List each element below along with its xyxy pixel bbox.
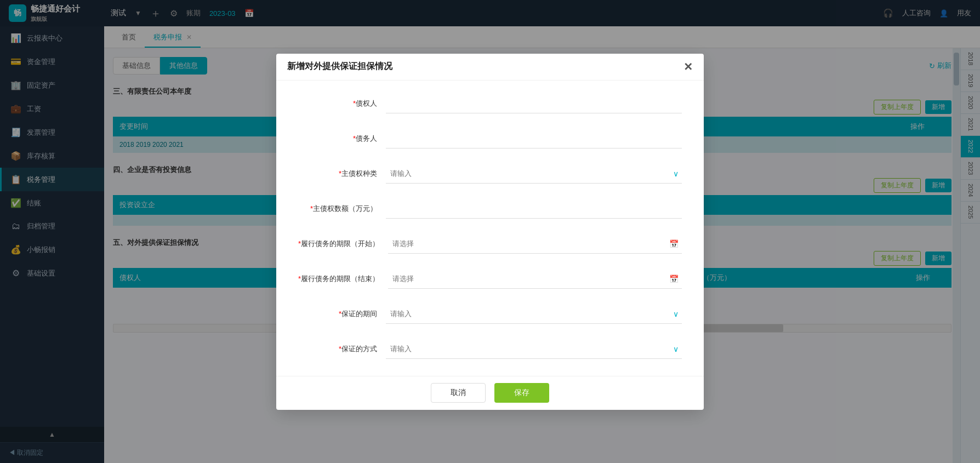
date-wrapper-start: 📅 bbox=[388, 234, 682, 254]
dialog-header: 新增对外提供保证担保情况 ✕ bbox=[276, 54, 704, 81]
form-row-zhaiquanshuе: *主债权数额（万元） bbox=[298, 199, 682, 219]
label-zhaiquanzlei: *主债权种类 bbox=[298, 169, 386, 179]
select-wrapper-baozhengjianqi: ∨ bbox=[386, 304, 682, 324]
dialog: 新增对外提供保证担保情况 ✕ *债权人 *债务人 *主债权种类 bbox=[276, 54, 704, 410]
label-end-date: *履行债务的期限（结束） bbox=[298, 274, 388, 284]
form-row-start-date: *履行债务的期限（开始） 📅 bbox=[298, 234, 682, 254]
input-zhaiquanshue[interactable] bbox=[386, 199, 682, 219]
input-zhaiwuren[interactable] bbox=[386, 129, 682, 148]
dialog-footer: 取消 保存 bbox=[276, 376, 704, 409]
select-wrapper-zhaiquanzlei: ∨ bbox=[386, 164, 682, 184]
form-row-zhaiquanzlei: *主债权种类 ∨ bbox=[298, 164, 682, 184]
save-button[interactable]: 保存 bbox=[494, 383, 549, 403]
dialog-title: 新增对外提供保证担保情况 bbox=[287, 61, 392, 72]
dialog-overlay: 新增对外提供保证担保情况 ✕ *债权人 *债务人 *主债权种类 bbox=[0, 0, 980, 463]
form-row-zhaiquanren: *债权人 bbox=[298, 94, 682, 113]
dialog-body: *债权人 *债务人 *主债权种类 ∨ bbox=[276, 81, 704, 376]
select-wrapper-baozhengfangshi: ∨ bbox=[386, 339, 682, 359]
form-row-end-date: *履行债务的期限（结束） 📅 bbox=[298, 269, 682, 289]
label-start-date: *履行债务的期限（开始） bbox=[298, 239, 388, 249]
cancel-button[interactable]: 取消 bbox=[431, 383, 486, 403]
select-baozhengjianqi[interactable] bbox=[386, 310, 682, 318]
input-zhaiquanren[interactable] bbox=[386, 94, 682, 113]
form-row-baozhengfangshi: *保证的方式 ∨ bbox=[298, 339, 682, 359]
label-zhaiquanren: *债权人 bbox=[298, 99, 386, 108]
label-zhaiwuren: *债务人 bbox=[298, 134, 386, 144]
label-baozhengfangshi: *保证的方式 bbox=[298, 344, 386, 354]
label-baozhengjianqi: *保证的期间 bbox=[298, 309, 386, 319]
form-row-baozhengjianqi: *保证的期间 ∨ bbox=[298, 304, 682, 324]
dialog-close-icon[interactable]: ✕ bbox=[683, 61, 693, 72]
date-input-end[interactable] bbox=[388, 275, 682, 283]
form-row-zhaiwuren: *债务人 bbox=[298, 129, 682, 148]
select-zhaiquanzlei[interactable] bbox=[386, 169, 682, 178]
select-baozhengfangshi[interactable] bbox=[386, 345, 682, 353]
date-input-start[interactable] bbox=[388, 239, 682, 248]
label-zhaiquanshue: *主债权数额（万元） bbox=[298, 204, 386, 214]
date-wrapper-end: 📅 bbox=[388, 269, 682, 289]
